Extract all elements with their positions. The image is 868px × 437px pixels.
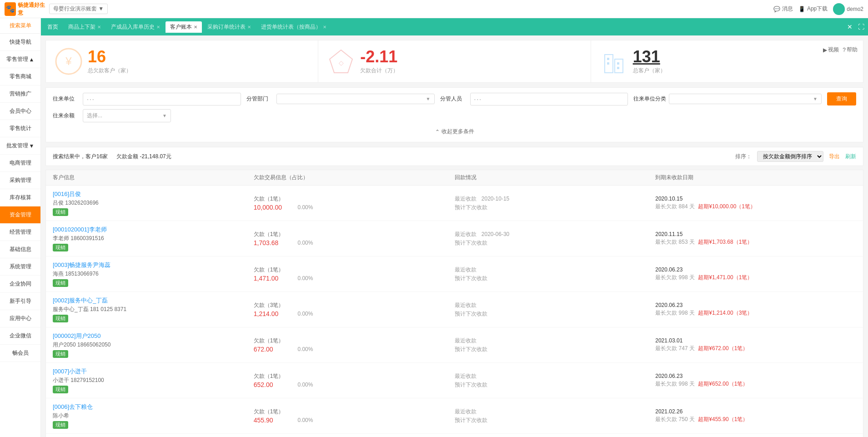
overdue-link[interactable]: 超期¥1,214.00（3笔） xyxy=(698,310,753,316)
debt-cell: 欠款（1笔） 1,471.00 0.00% xyxy=(254,266,455,282)
search-button[interactable]: 查询 xyxy=(827,92,856,105)
tab-purchase-stats[interactable]: 采购订单统计表 ✕ xyxy=(203,21,256,33)
tab-maximize-icon[interactable]: ⛶ xyxy=(856,22,866,31)
close-icon[interactable]: ✕ xyxy=(194,25,197,30)
help-button[interactable]: ? 帮助 xyxy=(843,46,858,54)
recovery-cell: 最近收款 预计下次收款 xyxy=(455,301,656,318)
logo-icon: 🐾 xyxy=(5,2,16,16)
svg-rect-8 xyxy=(617,62,619,65)
customer-name-link[interactable]: [0002]服务中心_丁磊 xyxy=(53,297,108,304)
sidebar-item-corp-coop[interactable]: 企业协同 xyxy=(0,276,40,293)
sidebar-item-newbie[interactable]: 新手引导 xyxy=(0,293,40,310)
person-input[interactable]: ··· xyxy=(470,93,628,105)
sidebar-item-vip[interactable]: 畅会员 xyxy=(0,345,40,362)
overdue-link[interactable]: 超期¥455.90（1笔） xyxy=(698,416,748,422)
recovery-next: 预计下次收款 xyxy=(455,346,656,353)
overdue-link[interactable]: 超期¥1,471.00（1笔） xyxy=(698,274,753,281)
refresh-button[interactable]: 刷新 xyxy=(845,153,856,161)
sidebar-item-app-center[interactable]: 应用中心 xyxy=(0,310,40,327)
filter-from-unit: 往来单位 ··· xyxy=(53,93,241,105)
customer-name-link[interactable]: [0001020001]李老师 xyxy=(53,226,107,233)
stat-number-debt-total: -2.11 xyxy=(360,49,581,65)
avatar-image xyxy=(833,3,845,15)
from-unit-input[interactable]: ··· xyxy=(83,93,241,105)
svg-text:◇: ◇ xyxy=(339,59,344,66)
close-icon[interactable]: ✕ xyxy=(156,25,160,30)
customer-sub: 小迸干 18279152100 xyxy=(53,377,254,384)
customer-sub: 吕俊 13026203696 xyxy=(53,199,254,207)
tab-home[interactable]: 首页 xyxy=(43,21,63,33)
sidebar-item-basic-info[interactable]: 基础信息 xyxy=(0,241,40,258)
arrow-icon: ▲ xyxy=(29,56,35,63)
sidebar-item-ecommerce[interactable]: 电商管理 xyxy=(0,155,40,172)
table-row: [0007]小迸干 小迸干 18279152100 现销 欠款（1笔） 652.… xyxy=(46,363,863,398)
sidebar-item-retail-mall[interactable]: 零售商城 xyxy=(0,68,40,85)
close-icon[interactable]: ✕ xyxy=(247,25,251,30)
customer-name-link[interactable]: [0007]小迸干 xyxy=(53,368,87,375)
debt-pct: 0.00% xyxy=(297,311,313,317)
customer-info-cell: [0003]畅捷服务尹海蕊 海燕 18513066976 现销 xyxy=(53,261,254,287)
debt-pct: 0.00% xyxy=(297,240,313,246)
sidebar-item-batch-mgmt[interactable]: 批发管理 ▼ xyxy=(0,137,40,155)
recovery-label: 最近收款 2020-06-30 xyxy=(455,231,656,238)
video-button[interactable]: ▶ 视频 xyxy=(823,46,839,54)
overdue-link[interactable]: 超期¥1,703.68（1笔） xyxy=(698,239,753,245)
debt-pct: 0.00% xyxy=(297,204,313,211)
customer-name-link[interactable]: [000002]用户2050 xyxy=(53,332,101,339)
sidebar-item-search[interactable]: 搜索菜单 xyxy=(0,18,40,34)
tab-product-off[interactable]: 商品上下架 ✕ xyxy=(64,21,105,33)
sidebar-item-retail-stats[interactable]: 零售统计 xyxy=(0,120,40,137)
app-download-button[interactable]: 📱 App下载 xyxy=(798,5,828,13)
video-icon: ▶ xyxy=(823,47,827,53)
balance-input[interactable]: 选择... ▼ xyxy=(83,109,171,122)
sidebar-item-quick-nav[interactable]: 快捷导航 xyxy=(0,34,40,51)
app-container: 🐾 畅捷通好生意 母婴行业演示账套 ▼ 💬 消息 📱 App下载 xyxy=(0,0,868,437)
sidebar-item-system[interactable]: 系统管理 xyxy=(0,258,40,276)
tab-production-history[interactable]: 产成品入库单历史 ✕ xyxy=(106,21,165,33)
overdue-link[interactable]: 超期¥652.00（1笔） xyxy=(698,381,748,387)
svg-text:¥: ¥ xyxy=(65,55,72,67)
due-date-cell: 2020.06.23 最长欠款 998 天 超期¥1,471.00（1笔） xyxy=(655,266,856,281)
customer-sub: 陈小希 xyxy=(53,412,254,420)
sidebar-item-operations[interactable]: 经营管理 xyxy=(0,224,40,241)
sidebar-item-inventory[interactable]: 库存核算 xyxy=(0,189,40,206)
user-avatar[interactable]: demo2 xyxy=(833,3,863,15)
industry-selector[interactable]: 母婴行业演示账套 ▼ xyxy=(49,4,108,14)
customer-tag: 现销 xyxy=(53,350,68,358)
customer-name-link[interactable]: [0016]吕俊 xyxy=(53,191,81,197)
sort-select[interactable]: 按欠款金额倒序排序 xyxy=(757,151,823,162)
overdue-link[interactable]: 超期¥672.00（1笔） xyxy=(698,345,748,352)
unit-category-input[interactable]: ▼ xyxy=(669,94,822,104)
dots-icon: ··· xyxy=(474,95,482,103)
sidebar-item-member-center[interactable]: 会员中心 xyxy=(0,103,40,120)
sidebar-item-corp-wechat[interactable]: 企业微信 xyxy=(0,327,40,345)
customer-name-link[interactable]: [0006]去下粮仓 xyxy=(53,403,93,410)
sidebar-item-retail-mgmt[interactable]: 零售管理 ▲ xyxy=(0,51,40,68)
close-icon[interactable]: ✕ xyxy=(97,25,101,30)
tab-purchase-product-stats[interactable]: 进货单统计表（按商品） ✕ xyxy=(256,21,331,33)
table-row: [000002]用户2050 用户2050 18665062050 现销 欠款（… xyxy=(46,327,863,363)
results-actions: 排序： 按欠款金额倒序排序 导出 刷新 xyxy=(735,151,856,162)
filter-row-2: 往来余额 选择... ▼ xyxy=(53,109,856,122)
stat-actions: ▶ 视频 ? 帮助 xyxy=(823,46,858,54)
stat-label-debt-total: 欠款合计（万） xyxy=(360,67,581,75)
dept-input[interactable]: ▼ xyxy=(276,94,435,104)
export-button[interactable]: 导出 xyxy=(829,153,840,161)
customer-info-cell: [0001020001]李老师 李老师 18600391516 现销 xyxy=(53,226,254,251)
due-date: 2021.02.26 xyxy=(655,408,856,415)
filter-person-label: 分管人员 xyxy=(440,95,467,103)
tab-customer-account[interactable]: 客户账本 ✕ xyxy=(166,21,202,33)
dropdown-arrow-icon: ▼ xyxy=(98,5,104,12)
overdue-link[interactable]: 超期¥10,000.00（1笔） xyxy=(698,203,756,210)
customer-name-link[interactable]: [0003]畅捷服务尹海蕊 xyxy=(53,261,110,268)
debt-main: 欠款（1笔） 455.90 xyxy=(254,408,284,424)
message-button[interactable]: 💬 消息 xyxy=(773,5,793,13)
header-customer-info: 客户信息 xyxy=(53,174,254,181)
collapse-button[interactable]: ⌃ 收起更多条件 xyxy=(53,126,856,137)
sidebar-item-finance[interactable]: 资金管理 xyxy=(0,206,40,224)
customer-tag: 现销 xyxy=(53,315,68,322)
tab-close-all-icon[interactable]: ✕ xyxy=(845,22,854,31)
sidebar-item-marketing[interactable]: 营销推广 xyxy=(0,85,40,103)
close-icon[interactable]: ✕ xyxy=(323,25,326,30)
sidebar-item-purchase-mgmt[interactable]: 采购管理 xyxy=(0,172,40,189)
